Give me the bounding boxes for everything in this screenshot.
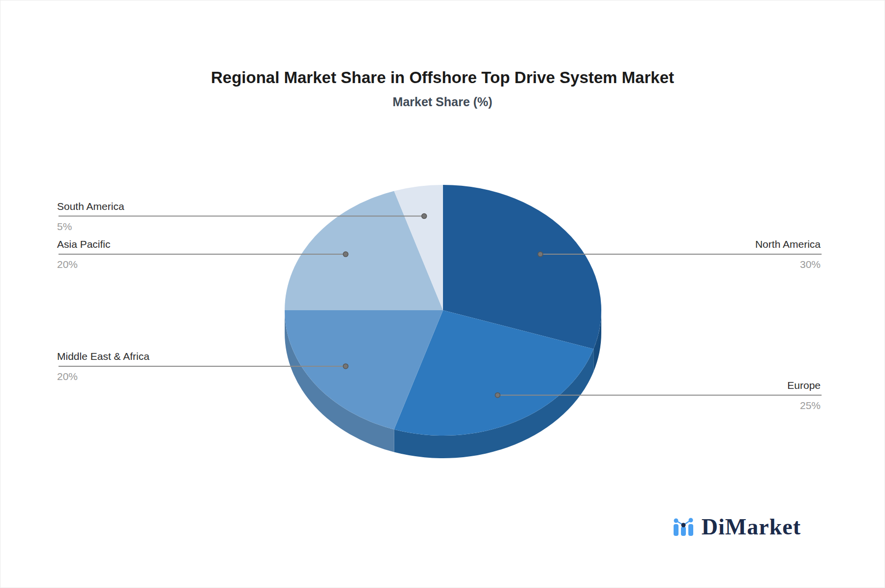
callout-label-south-america: South America <box>57 201 124 212</box>
callout-label-asia-pacific: Asia Pacific <box>57 238 111 250</box>
callout-label-middle-east-africa: Middle East & Africa <box>57 351 149 362</box>
callout-value-north-america: 30% <box>800 259 821 270</box>
chart-page: Regional Market Share in Offshore Top Dr… <box>0 0 885 588</box>
bar-chart-trend-icon <box>672 516 695 538</box>
dimarket-logo: DiMarket <box>672 514 801 540</box>
callout-label-europe: Europe <box>787 380 821 391</box>
leader-dot <box>343 364 348 369</box>
callout-value-europe: 25% <box>800 400 821 412</box>
logo-text: DiMarket <box>702 514 801 540</box>
leader-dot <box>538 252 543 257</box>
callout-value-south-america: 5% <box>57 221 72 233</box>
leader-dot <box>422 214 427 219</box>
callout-label-north-america: North America <box>755 238 821 250</box>
callout-value-middle-east-africa: 20% <box>57 371 78 382</box>
leader-dot <box>343 252 348 257</box>
pie-chart[interactable] <box>0 0 885 588</box>
leader-dot <box>495 393 500 398</box>
callout-value-asia-pacific: 20% <box>57 259 78 270</box>
